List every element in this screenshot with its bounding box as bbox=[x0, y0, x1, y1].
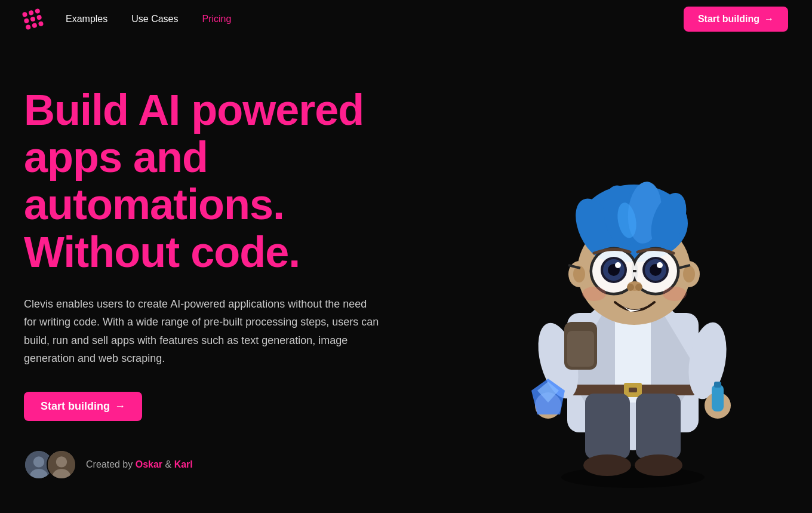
hero-title: Build AI powered apps and automations. W… bbox=[24, 87, 394, 276]
creator-oskar-link[interactable]: Oskar bbox=[136, 459, 162, 469]
navbar: Examples Use Cases Pricing Start buildin… bbox=[0, 0, 812, 38]
svg-rect-30 bbox=[567, 331, 594, 367]
mascot bbox=[478, 146, 788, 492]
svg-point-60 bbox=[635, 284, 642, 291]
svg-rect-16 bbox=[629, 388, 637, 392]
hero-start-building-button[interactable]: Start building → bbox=[24, 392, 142, 421]
nav-left: Examples Use Cases Pricing bbox=[24, 10, 231, 28]
nav-cta-arrow: → bbox=[764, 14, 774, 24]
svg-point-1 bbox=[33, 456, 44, 467]
nav-cta-label: Start building bbox=[698, 14, 759, 24]
svg-rect-17 bbox=[585, 394, 630, 459]
svg-point-56 bbox=[615, 262, 621, 268]
mascot-svg bbox=[478, 146, 788, 492]
hero-content: Build AI powered apps and automations. W… bbox=[24, 87, 394, 480]
nav-examples[interactable]: Examples bbox=[66, 14, 107, 24]
nav-use-cases[interactable]: Use Cases bbox=[131, 14, 178, 24]
svg-rect-18 bbox=[636, 394, 681, 459]
svg-point-57 bbox=[657, 262, 663, 268]
karl-avatar-image bbox=[48, 450, 75, 480]
svg-point-6 bbox=[561, 466, 705, 488]
hero-description: Clevis enables users to create AI-powere… bbox=[24, 295, 382, 368]
svg-point-59 bbox=[627, 284, 634, 291]
creators-section: Created by Oskar & Karl bbox=[24, 450, 394, 480]
avatar-karl bbox=[47, 450, 76, 480]
hero-cta-label: Start building bbox=[41, 400, 110, 413]
logo[interactable] bbox=[24, 10, 42, 28]
nav-start-building-button[interactable]: Start building → bbox=[684, 7, 788, 32]
hero-cta-arrow: → bbox=[115, 400, 125, 413]
creator-karl-link[interactable]: Karl bbox=[174, 459, 193, 469]
svg-point-20 bbox=[635, 454, 682, 476]
hero-title-line4: Without code. bbox=[24, 228, 300, 276]
svg-point-42 bbox=[683, 266, 695, 282]
nav-pricing[interactable]: Pricing bbox=[202, 14, 232, 24]
hero-image-area bbox=[394, 74, 788, 492]
svg-point-62 bbox=[663, 287, 687, 301]
svg-point-19 bbox=[583, 454, 631, 476]
svg-point-61 bbox=[582, 287, 606, 301]
svg-rect-28 bbox=[714, 382, 721, 388]
svg-rect-27 bbox=[712, 385, 724, 411]
creators-text: Created by Oskar & Karl bbox=[86, 459, 193, 470]
hero-title-line1: Build AI powered bbox=[24, 86, 364, 134]
svg-point-4 bbox=[56, 456, 67, 467]
logo-icon bbox=[22, 8, 44, 30]
avatars bbox=[24, 450, 76, 480]
hero-title-line3: automations. bbox=[24, 180, 284, 228]
hero-title-line2: apps and bbox=[24, 133, 208, 181]
hero-section: Build AI powered apps and automations. W… bbox=[0, 38, 812, 492]
